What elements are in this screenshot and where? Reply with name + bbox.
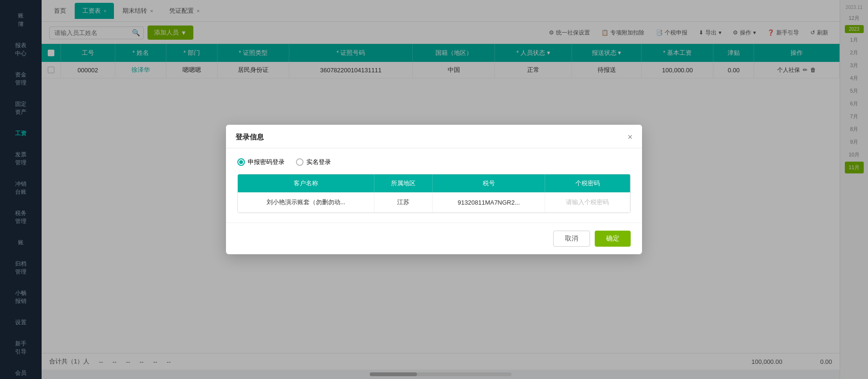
modal-overlay: 登录信息 × 申报密码登录 实名登录 [0, 0, 868, 379]
inner-col-tax-no: 税号 [433, 174, 545, 192]
radio-realname-label: 实名登录 [306, 158, 331, 166]
login-info-modal: 登录信息 × 申报密码登录 实名登录 [226, 125, 642, 254]
cell-region: 江苏 [374, 192, 433, 213]
cell-password[interactable]: 请输入个税密码 [545, 192, 630, 213]
confirm-button[interactable]: 确定 [595, 231, 631, 247]
login-table-container: 客户名称 所属地区 税号 个税密码 刘小艳演示账套（勿删勿动... 江苏 913… [237, 174, 631, 213]
modal-body: 申报密码登录 实名登录 客户名称 所属地区 税号 个税密码 [226, 148, 642, 223]
cancel-button[interactable]: 取消 [553, 231, 590, 247]
password-placeholder: 请输入个税密码 [566, 198, 609, 206]
cell-customer-name: 刘小艳演示账套（勿删勿动... [238, 192, 374, 213]
radio-password-circle [237, 158, 245, 166]
modal-footer: 取消 确定 [226, 223, 642, 254]
radio-realname-login[interactable]: 实名登录 [296, 158, 331, 166]
login-table-row: 刘小艳演示账套（勿删勿动... 江苏 91320811MA7NGR2... 请输… [238, 192, 630, 213]
radio-realname-circle [296, 158, 304, 166]
login-table: 客户名称 所属地区 税号 个税密码 刘小艳演示账套（勿删勿动... 江苏 913… [238, 174, 630, 213]
inner-col-password: 个税密码 [545, 174, 630, 192]
modal-close-button[interactable]: × [627, 132, 633, 142]
login-type-radio-group: 申报密码登录 实名登录 [237, 158, 631, 166]
radio-password-label: 申报密码登录 [248, 158, 285, 166]
radio-password-login[interactable]: 申报密码登录 [237, 158, 285, 166]
inner-col-region: 所属地区 [374, 174, 433, 192]
modal-header: 登录信息 × [226, 125, 642, 148]
cell-tax-no: 91320811MA7NGR2... [433, 192, 545, 213]
modal-title: 登录信息 [235, 133, 264, 142]
inner-col-customer: 客户名称 [238, 174, 374, 192]
